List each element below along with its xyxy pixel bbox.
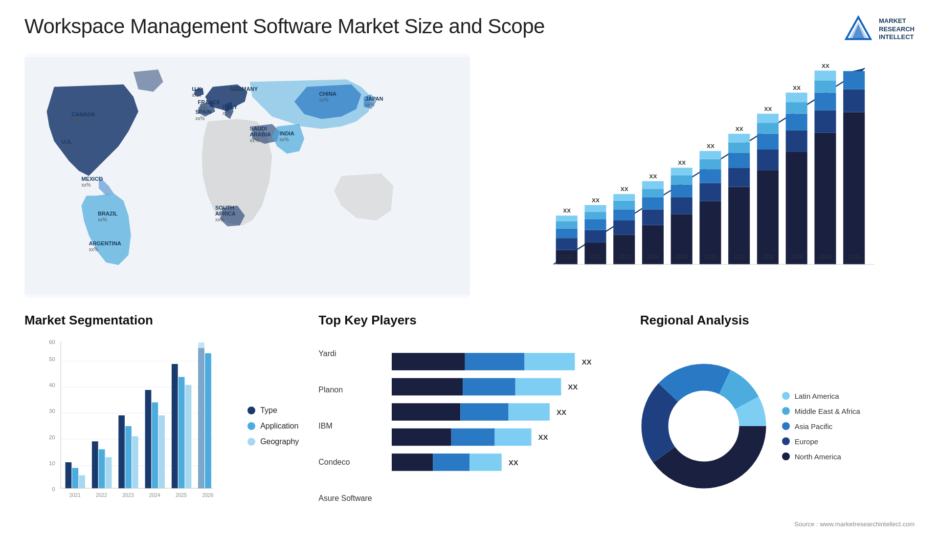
players-bar-chart: XX XX XX	[392, 336, 621, 517]
svg-rect-110	[844, 71, 865, 89]
svg-rect-41	[556, 221, 578, 229]
segmentation-container: 0 10 20 30 40 50 60	[24, 336, 299, 517]
svg-text:XX: XX	[508, 458, 518, 467]
svg-text:2023: 2023	[122, 493, 134, 498]
legend-middle-east: Middle East & Africa	[782, 407, 860, 415]
svg-text:2027: 2027	[734, 254, 745, 259]
svg-rect-98	[786, 93, 807, 103]
svg-rect-133	[106, 457, 112, 489]
logo-area: MARKET RESEARCH INTELLECT	[844, 15, 915, 44]
svg-rect-132	[99, 449, 105, 488]
svg-text:xx%: xx%	[250, 138, 259, 143]
svg-rect-60	[642, 209, 664, 225]
bottom-section: Market Segmentation 0 10 20 30 40 50 60	[24, 313, 915, 547]
svg-text:2025: 2025	[176, 493, 187, 498]
svg-rect-48	[585, 212, 606, 219]
svg-rect-104	[815, 81, 836, 92]
svg-text:xx%: xx%	[365, 102, 375, 108]
svg-rect-101	[815, 133, 836, 264]
svg-rect-63	[642, 181, 664, 189]
svg-rect-62	[642, 189, 664, 197]
players-bars: XX XX XX	[392, 336, 621, 517]
svg-text:CHINA: CHINA	[319, 91, 336, 97]
bar-chart-area: 2021 XX 2022 XX 2023 XX	[490, 54, 915, 298]
svg-text:50: 50	[49, 356, 55, 362]
svg-rect-76	[700, 159, 721, 170]
svg-rect-87	[757, 170, 779, 264]
legend-geography: Geography	[247, 437, 299, 446]
svg-text:XX: XX	[764, 106, 772, 112]
svg-text:0: 0	[52, 486, 55, 492]
regional-container: Latin America Middle East & Africa Asia …	[640, 336, 915, 517]
growth-bar-chart: 2021 XX 2022 XX 2023 XX	[499, 59, 905, 288]
svg-text:2022: 2022	[590, 254, 602, 259]
svg-rect-61	[642, 197, 664, 209]
svg-text:XX: XX	[592, 197, 600, 203]
svg-rect-167	[392, 453, 433, 471]
svg-text:MEXICO: MEXICO	[81, 176, 103, 182]
application-dot	[247, 422, 255, 430]
svg-rect-67	[671, 197, 693, 214]
svg-text:10: 10	[49, 460, 55, 466]
svg-text:60: 60	[49, 339, 55, 345]
svg-rect-144	[179, 377, 185, 488]
regional-title: Regional Analysis	[640, 313, 915, 328]
type-dot	[247, 407, 255, 414]
svg-rect-149	[198, 343, 204, 488]
svg-rect-137	[132, 436, 138, 488]
svg-text:xx%: xx%	[230, 92, 239, 98]
svg-text:XX: XX	[736, 126, 743, 132]
svg-rect-161	[508, 403, 549, 421]
svg-rect-74	[700, 183, 721, 201]
svg-rect-168	[433, 453, 470, 471]
svg-text:AFRICA: AFRICA	[215, 211, 236, 216]
svg-rect-68	[671, 185, 693, 197]
svg-text:BRAZIL: BRAZIL	[98, 211, 118, 216]
svg-text:XX: XX	[793, 85, 801, 91]
svg-rect-103	[815, 93, 836, 110]
segmentation-chart: 0 10 20 30 40 50 60	[24, 336, 233, 517]
regional-donut-chart	[640, 363, 767, 490]
svg-text:2029: 2029	[791, 254, 803, 259]
svg-text:SOUTH: SOUTH	[215, 205, 234, 211]
map-area: CANADA xx% U.S. xx% MEXICO xx% BRAZIL xx…	[24, 54, 470, 298]
svg-text:ARGENTINA: ARGENTINA	[89, 240, 121, 246]
svg-text:U.S.: U.S.	[62, 139, 72, 145]
key-players-title: Top Key Players	[318, 313, 620, 328]
svg-text:2026: 2026	[705, 254, 716, 259]
svg-rect-84	[729, 134, 750, 143]
svg-rect-55	[614, 201, 635, 210]
svg-text:xx%: xx%	[71, 118, 81, 124]
svg-text:XX: XX	[538, 433, 548, 441]
svg-text:xx%: xx%	[81, 182, 90, 188]
svg-text:2028: 2028	[762, 254, 774, 259]
svg-rect-163	[392, 429, 451, 446]
svg-rect-165	[494, 429, 531, 446]
svg-text:xx%: xx%	[280, 137, 289, 142]
svg-rect-83	[729, 142, 750, 153]
svg-text:2031: 2031	[849, 254, 860, 259]
svg-text:40: 40	[49, 382, 55, 388]
legend-application: Application	[247, 422, 299, 431]
svg-rect-128	[72, 468, 78, 489]
legend-latin-america: Latin America	[782, 392, 860, 400]
svg-text:XX: XX	[563, 207, 571, 214]
svg-text:xx%: xx%	[195, 116, 204, 121]
svg-text:2030: 2030	[820, 254, 831, 259]
svg-text:SAUDI: SAUDI	[250, 126, 267, 131]
svg-text:20: 20	[49, 434, 55, 440]
svg-rect-88	[757, 150, 779, 170]
svg-text:XX: XX	[822, 63, 829, 69]
svg-text:30: 30	[49, 408, 55, 414]
svg-rect-47	[585, 219, 606, 230]
svg-rect-39	[556, 238, 578, 250]
svg-rect-52	[614, 235, 635, 264]
svg-text:2026: 2026	[202, 493, 213, 498]
north-america-dot	[782, 452, 790, 460]
svg-text:xx%: xx%	[192, 92, 201, 98]
svg-rect-157	[515, 378, 561, 396]
svg-text:2021: 2021	[69, 493, 81, 498]
asia-pacific-dot	[782, 422, 790, 430]
svg-text:CANADA: CANADA	[71, 111, 95, 117]
svg-text:SPAIN: SPAIN	[195, 109, 211, 115]
